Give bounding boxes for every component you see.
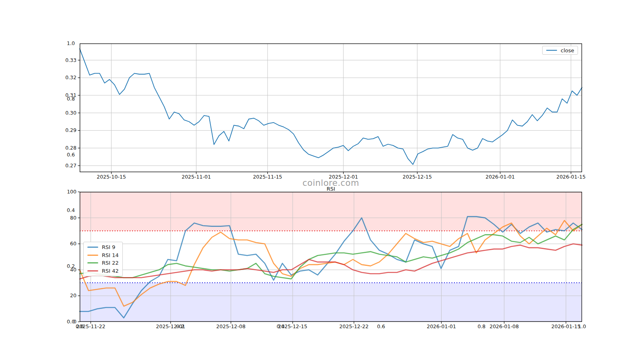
rsi-ytick-label: 100: [51, 189, 76, 195]
price-xtick-label: 2026-01-01: [478, 174, 522, 180]
rsi42-legend-label: RSI 42: [102, 268, 119, 274]
close-legend-label: close: [561, 47, 574, 53]
rsi-chart-legend: RSI 9 RSI 14 RSI 22 RSI 42: [83, 242, 123, 276]
price-ytick-label: 0.33: [51, 57, 76, 64]
overlay-ytick-label: 0.4: [51, 207, 75, 214]
overlay-xtick-label: 1.0: [570, 323, 594, 330]
overlay-xtick-label: 0.4: [268, 323, 293, 330]
chart-figure: 0.330.320.310.300.290.280.272025-10-1520…: [0, 0, 644, 362]
legend-row-rsi14: RSI 14: [87, 251, 119, 259]
overlay-xtick-label: 0.6: [369, 323, 393, 330]
rsi-ytick-label: 20: [51, 292, 76, 299]
legend-row-rsi9: RSI 9: [87, 243, 119, 251]
price-xtick-label: 2025-11-01: [174, 174, 219, 180]
rsi14-legend-label: RSI 14: [102, 252, 119, 258]
overlay-xtick-label: 0.0: [68, 323, 92, 330]
price-chart-legend: close: [542, 46, 578, 55]
price-ytick-label: 0.32: [51, 74, 76, 81]
overlay-ytick-label: 0.2: [51, 263, 75, 269]
price-xtick-label: 2025-11-15: [246, 174, 290, 180]
price-chart-plot: close: [80, 43, 582, 172]
close-line-swatch: [546, 50, 557, 51]
rsi-chart-plot: RSI 9 RSI 14 RSI 22 RSI 42: [80, 192, 582, 322]
rsi-chart-canvas: [80, 192, 582, 322]
price-ytick-label: 0.30: [51, 110, 76, 116]
price-ytick-label: 0.27: [51, 162, 76, 169]
overlay-ytick-label: 0.6: [51, 152, 75, 158]
price-xtick-label: 2026-01-15: [549, 174, 593, 180]
price-chart-canvas: [80, 43, 582, 172]
rsi-ytick-label: 60: [51, 241, 76, 247]
price-ytick-label: 0.29: [51, 127, 76, 134]
overlay-ytick-label: 1.0: [51, 40, 75, 47]
price-xtick-label: 2025-12-15: [395, 174, 440, 180]
rsi-xtick-label: 2025-12-08: [209, 323, 253, 330]
rsi9-legend-label: RSI 9: [102, 244, 116, 250]
overlay-xtick-label: 0.8: [469, 323, 493, 330]
overlay-ytick-label: 0.8: [51, 96, 75, 102]
rsi22-legend-label: RSI 22: [102, 260, 119, 266]
price-ytick-label: 0.28: [51, 145, 76, 151]
rsi14-line-swatch: [87, 255, 98, 256]
legend-row-rsi22: RSI 22: [87, 259, 119, 267]
rsi22-line-swatch: [87, 262, 98, 263]
legend-row-rsi42: RSI 42: [87, 267, 119, 275]
price-xtick-label: 2025-10-15: [89, 174, 134, 180]
rsi42-line-swatch: [87, 270, 98, 272]
rsi9-line-swatch: [87, 247, 98, 248]
rsi-xtick-label: 2026-01-01: [419, 323, 464, 330]
overlay-xtick-label: 0.2: [168, 323, 192, 330]
rsi-ytick-label: 80: [51, 215, 76, 221]
rsi-chart-title: RSI: [326, 186, 335, 192]
